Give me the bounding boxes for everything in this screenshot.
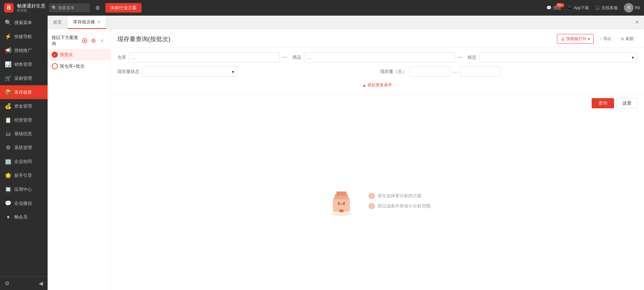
top-bar-right: 💬 消息 99+ 📱 App下载 🎧 在线客服 R Rit: [546, 3, 640, 13]
status-label: 状态: [468, 54, 476, 60]
user-area[interactable]: R Rit: [624, 3, 640, 13]
tip-num-1: 1: [369, 193, 375, 199]
filter-area: 仓库 ··· 商品 ··· 状态: [111, 48, 644, 94]
svg-point-3: [92, 40, 95, 42]
sidebar-item-label: 搜索菜单: [14, 20, 32, 26]
qty-max-input[interactable]: [460, 67, 501, 77]
status-select[interactable]: ▾: [479, 52, 637, 62]
sidebar-item-sales[interactable]: 📊 销售管理: [0, 57, 48, 71]
diamond-icon: ♦: [5, 214, 12, 220]
user-avatar: R: [624, 3, 633, 13]
sidebar-item-enterprise[interactable]: 🏢 企业协同: [0, 155, 48, 168]
megaphone-icon: 📢: [5, 47, 12, 54]
search-icon: 🔍: [52, 5, 57, 10]
top-bar: B 畅康通好生意 标准版 🔍 搜索菜单 ⚙ 体验行业方案 💬 消息 99+ 📱 …: [0, 0, 644, 16]
product-more-btn[interactable]: ···: [458, 54, 462, 60]
collapse-filter-btn[interactable]: ▲ 收起更多条件: [117, 81, 637, 89]
sidebar-item-member[interactable]: ♦ 畅会员: [0, 210, 48, 224]
collapse-scheme-btn[interactable]: [99, 37, 106, 44]
scheme-settings-btn[interactable]: [90, 37, 97, 44]
search-menu-bar[interactable]: 🔍 搜索菜单: [49, 3, 90, 12]
star-icon: 🌟: [5, 172, 12, 179]
sidebar-item-label: 资金管理: [14, 103, 32, 109]
export-icon: ↑: [600, 37, 602, 41]
sidebar-item-marketing[interactable]: 📢 营销推广: [0, 43, 48, 57]
warehouse-more-btn[interactable]: ···: [283, 54, 287, 60]
online-service-btn[interactable]: 🎧 在线客服: [595, 5, 618, 11]
add-scheme-btn[interactable]: [81, 37, 88, 44]
sidebar-item-wechat[interactable]: 💬 企业微信: [0, 196, 48, 210]
empty-tips: 1 请先选择要分析的方案 2 用过滤条件来缩小分析范围: [369, 193, 430, 209]
filter-row-1: 仓库 ··· 商品 ··· 状态: [117, 52, 637, 62]
tip-num-2: 2: [369, 203, 375, 209]
sidebar-item-system[interactable]: ⚙ 系统管理: [0, 141, 48, 155]
query-btn[interactable]: 查询: [592, 98, 614, 108]
sidebar-item-label: 新手引导: [14, 173, 32, 179]
sidebar-item-purchase[interactable]: 🛒 采购管理: [0, 71, 48, 85]
collapse-sidebar-btn[interactable]: ◀: [39, 280, 43, 287]
tab-close-all-btn[interactable]: ✕: [630, 19, 644, 25]
refresh-btn[interactable]: ↻ 刷新: [617, 34, 637, 43]
scheme-label: 按仓库+批次: [60, 63, 85, 69]
sidebar-item-guide[interactable]: 🌟 新手引导: [0, 168, 48, 182]
sidebar-item-label: 库存核算: [14, 89, 32, 95]
trial-btn[interactable]: 体验行业方案: [105, 3, 141, 13]
svg-rect-10: [339, 210, 343, 212]
qty-min-input[interactable]: [409, 67, 450, 77]
clipboard-icon: 📋: [5, 117, 12, 123]
filter-group-status: 状态 ▾: [468, 52, 637, 62]
page-header-actions: 🖨 按模板打印 ▾ ↑ 导出 ↻ 刷新: [557, 34, 637, 44]
chevron-down-icon: ▾: [232, 69, 234, 74]
sidebar-item-label: 系统管理: [14, 145, 32, 151]
gear-btn[interactable]: ⚙: [93, 3, 102, 12]
settings-bottom-btn[interactable]: ⚙: [5, 280, 10, 287]
box-icon: 📦: [5, 89, 12, 95]
message-btn[interactable]: 💬 消息 99+: [546, 5, 561, 11]
product-input[interactable]: [304, 52, 455, 62]
phone-icon: 📱: [567, 5, 572, 10]
inv-status-label: 现存量状态: [117, 69, 139, 75]
app-brand: 畅康通好生意 标准版: [17, 3, 46, 13]
headset-icon: 🎧: [595, 5, 600, 10]
scheme-panel-header: 按以下方案查询: [48, 33, 110, 49]
scheme-inactive-icon: [52, 63, 58, 69]
sidebar-item-finance[interactable]: 💰 资金管理: [0, 99, 48, 113]
chart-icon: 📊: [5, 61, 12, 68]
scheme-item-by-warehouse-batch[interactable]: 按仓库+批次: [48, 60, 110, 72]
setup-btn[interactable]: 设置: [617, 98, 637, 109]
sidebar-item-label: 企业微信: [14, 200, 32, 206]
app-download-btn[interactable]: 📱 App下载: [567, 5, 589, 11]
scheme-panel: 按以下方案查询: [48, 29, 111, 290]
svg-rect-7: [336, 192, 346, 196]
message-badge: 99+: [556, 3, 564, 7]
sidebar-item-basic[interactable]: 🗂 基础信息: [0, 127, 48, 141]
sidebar-item-quick-nav[interactable]: ⚡ 快捷导航: [0, 30, 48, 43]
tab-close-icon[interactable]: ✕: [97, 20, 101, 24]
qty-label: 现存量（主）: [380, 69, 407, 75]
flash-icon: ⚡: [5, 33, 12, 40]
money-icon: 💰: [5, 103, 12, 109]
search-icon: 🔍: [5, 19, 12, 26]
sidebar-item-search-menu[interactable]: 🔍 搜索菜单: [0, 16, 48, 30]
product-label: 商品: [292, 54, 301, 60]
sidebar-item-label: 销售管理: [14, 61, 32, 68]
scheme-item-by-batch[interactable]: ✓ 按批次: [48, 49, 110, 60]
sidebar-item-label: 营销推广: [14, 48, 32, 54]
empty-state: 1 请先选择要分析的方案 2 用过滤条件来缩小分析范围: [111, 112, 644, 290]
sidebar-item-apps[interactable]: 🔲 应用中心: [0, 182, 48, 196]
sidebar-item-label: 企业协同: [14, 159, 32, 165]
print-btn[interactable]: 🖨 按模板打印 ▾: [557, 34, 594, 44]
tab-inventory-batch[interactable]: 库存批次账 ✕: [68, 16, 106, 29]
sidebar-item-label: 快捷导航: [14, 34, 32, 40]
export-btn[interactable]: ↑ 导出: [596, 34, 615, 43]
warehouse-input[interactable]: [129, 52, 280, 62]
svg-point-9: [343, 202, 345, 204]
grid-icon: 🔲: [5, 186, 12, 193]
printer-icon: 🖨: [561, 37, 565, 41]
filter-group-warehouse: 仓库 ···: [117, 52, 287, 62]
inv-status-select[interactable]: ▾: [142, 67, 237, 77]
app-logo: B: [4, 3, 14, 13]
tab-home[interactable]: 首页: [48, 16, 68, 29]
sidebar-item-operation[interactable]: 📋 经营管理: [0, 113, 48, 127]
sidebar-item-inventory[interactable]: 📦 库存核算: [0, 85, 48, 99]
